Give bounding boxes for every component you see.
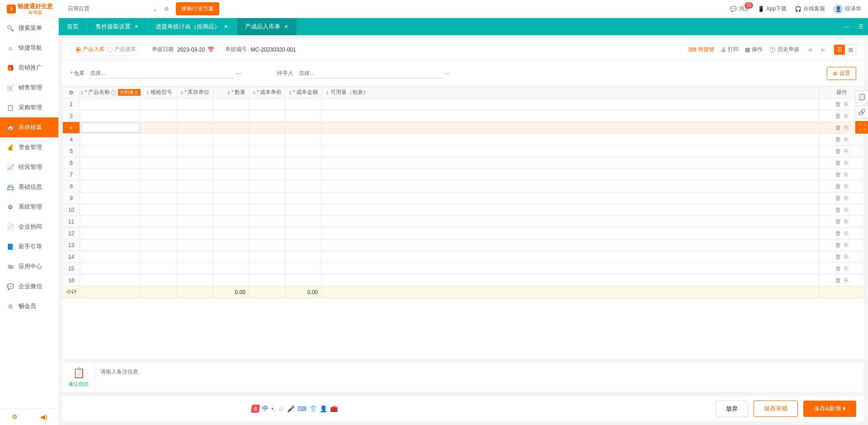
close-icon[interactable]: ✕ — [224, 23, 228, 30]
cell-unit[interactable] — [177, 263, 213, 275]
side-tab-3[interactable]: ⛶ — [855, 121, 868, 134]
table-row[interactable]: 14🗑⎘ — [63, 251, 864, 263]
radio-product-in[interactable]: 产品入库 — [75, 46, 104, 53]
cell-qty[interactable] — [213, 157, 250, 169]
delete-icon[interactable]: 🗑 — [835, 148, 841, 154]
cell-price[interactable] — [250, 228, 286, 239]
discard-button[interactable]: 放弃 — [716, 401, 748, 417]
cell-qty[interactable] — [213, 145, 250, 157]
cell-available[interactable] — [322, 275, 819, 286]
cell-price[interactable] — [250, 275, 286, 286]
delete-icon[interactable]: 🗑 — [835, 159, 841, 166]
cell-name[interactable] — [80, 239, 141, 251]
cell-amount[interactable] — [286, 181, 322, 192]
sidebar-item-10[interactable]: 📄企业协同 — [0, 217, 58, 237]
cell-price[interactable] — [250, 110, 286, 122]
delete-icon[interactable]: 🗑 — [835, 206, 841, 213]
cell-available[interactable] — [322, 98, 819, 110]
th-spec[interactable]: ▲▼规格型号 — [141, 87, 177, 98]
cell-price[interactable] — [250, 263, 286, 275]
cell-amount[interactable] — [286, 134, 322, 145]
sidebar-item-4[interactable]: 📋采购管理 — [0, 98, 58, 117]
tab-2[interactable]: 进货单统计表（按商品）✕ — [147, 18, 237, 35]
cell-qty[interactable] — [213, 239, 250, 251]
ime-keyboard-icon[interactable]: ⌨ — [297, 405, 307, 412]
copy-icon[interactable]: ⎘ — [844, 218, 848, 225]
ime-skin-icon[interactable]: 👕 — [309, 405, 317, 412]
cell-spec[interactable] — [141, 228, 177, 239]
cell-amount[interactable] — [286, 145, 322, 157]
delete-icon[interactable]: 🗑 — [835, 101, 841, 107]
cell-name[interactable] — [80, 228, 141, 239]
add-row-button[interactable]: + — [67, 124, 75, 132]
cell-unit[interactable] — [177, 239, 213, 251]
cell-available[interactable] — [322, 228, 819, 239]
cell-qty[interactable] — [213, 110, 250, 122]
sidebar-item-5[interactable]: 🏠库存核算 — [0, 117, 58, 137]
table-row[interactable]: 9🗑⎘ — [63, 192, 864, 204]
cell-spec[interactable] — [141, 145, 177, 157]
warehouse-more[interactable]: ⋯ — [236, 70, 241, 77]
cell-name[interactable] — [80, 275, 141, 286]
cell-unit[interactable] — [177, 275, 213, 286]
table-row[interactable]: 5🗑⎘ — [63, 145, 864, 157]
table-row[interactable]: 15🗑⎘ — [63, 263, 864, 275]
sidebar-item-7[interactable]: 📈经营管理 — [0, 157, 58, 177]
cell-amount[interactable] — [286, 192, 322, 204]
cell-spec[interactable] — [141, 251, 177, 263]
cell-price[interactable] — [250, 169, 286, 181]
cell-qty[interactable] — [213, 263, 250, 275]
table-row[interactable]: 12🗑⎘ — [63, 228, 864, 239]
delete-icon[interactable]: 🗑 — [835, 277, 841, 284]
tab-1[interactable]: 售价提取设置✕ — [87, 18, 147, 35]
cell-price[interactable] — [250, 192, 286, 204]
cell-name[interactable] — [80, 157, 141, 169]
setting-button[interactable]: ⚙ 设置 — [827, 67, 856, 80]
delete-icon[interactable]: 🗑 — [835, 265, 841, 272]
th-unit[interactable]: ▲▼*库存单位 — [177, 87, 213, 98]
cell-unit[interactable] — [177, 251, 213, 263]
sidebar-item-12[interactable]: 🛍应用中心 — [0, 257, 58, 276]
cell-qty[interactable] — [213, 98, 250, 110]
cell-spec[interactable] — [141, 192, 177, 204]
delete-icon[interactable]: 🗑 — [835, 218, 841, 225]
cell-qty[interactable] — [213, 192, 250, 204]
cell-available[interactable] — [322, 110, 819, 122]
table-row[interactable]: 4🗑⎘ — [63, 134, 864, 145]
side-tab-1[interactable]: 📋 — [855, 90, 868, 103]
ime-emoji-icon[interactable]: ☺ — [278, 405, 284, 412]
cell-price[interactable] — [250, 145, 286, 157]
view-list-button[interactable]: ☰ — [834, 45, 845, 55]
operate-button[interactable]: ▦操作 — [745, 46, 763, 53]
cell-unit[interactable] — [177, 192, 213, 204]
tab-3[interactable]: 产成品入库单✕ — [237, 18, 297, 35]
table-row[interactable]: 11🗑⎘ — [63, 216, 864, 228]
cell-name[interactable] — [80, 122, 141, 134]
tab-0[interactable]: 首页 — [59, 18, 87, 35]
remark-input[interactable] — [94, 363, 864, 392]
cell-price[interactable] — [250, 251, 286, 263]
table-row[interactable]: 10🗑⎘ — [63, 204, 864, 216]
cell-spec[interactable] — [141, 204, 177, 216]
copy-icon[interactable]: ⎘ — [844, 136, 848, 143]
table-row[interactable]: 8🗑⎘ — [63, 181, 864, 192]
cell-amount[interactable] — [286, 157, 322, 169]
cell-amount[interactable] — [286, 216, 322, 228]
handler-more[interactable]: ⋯ — [444, 70, 450, 77]
ime-mode[interactable]: 中 — [262, 405, 269, 413]
save-draft-button[interactable]: 保存草稿 — [754, 401, 798, 417]
cell-amount[interactable] — [286, 228, 322, 239]
copy-icon[interactable]: ⎘ — [844, 101, 848, 107]
cell-name[interactable] — [80, 181, 141, 192]
cell-spec[interactable] — [141, 275, 177, 286]
ime-punct-icon[interactable]: •, — [271, 405, 275, 412]
copy-icon[interactable]: ⎘ — [844, 124, 848, 131]
cell-qty[interactable] — [213, 228, 250, 239]
sidebar-item-8[interactable]: 📇基础信息 — [0, 177, 58, 197]
copy-icon[interactable]: ⎘ — [844, 277, 848, 284]
copy-icon[interactable]: ⎘ — [844, 230, 848, 237]
save-new-button[interactable]: 保存&新增 ▾ — [803, 401, 856, 417]
cell-name[interactable] — [80, 169, 141, 181]
sidebar-item-11[interactable]: 📘新手引导 — [0, 237, 58, 257]
copy-icon[interactable]: ⎘ — [844, 195, 848, 201]
